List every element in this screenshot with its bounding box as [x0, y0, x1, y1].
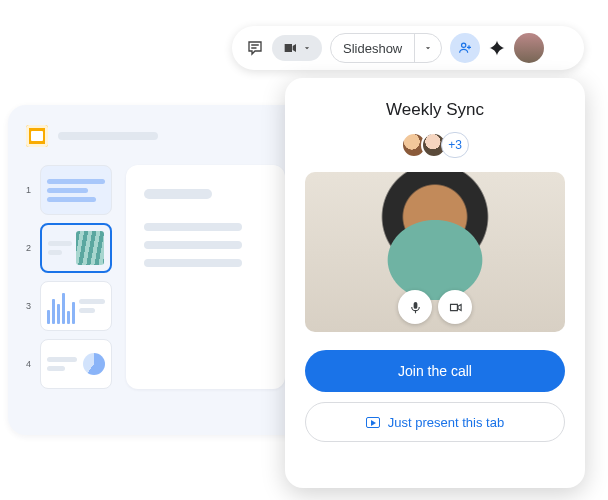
document-title-placeholder — [58, 132, 158, 140]
slide-thumbnails: 1 2 3 — [26, 165, 112, 389]
thumb-number: 1 — [26, 185, 34, 195]
slides-header — [26, 125, 285, 147]
svg-point-0 — [462, 43, 466, 47]
video-camera-icon — [282, 40, 298, 56]
slides-logo-icon — [26, 125, 48, 147]
thumb-number: 2 — [26, 243, 34, 253]
comment-icon — [246, 39, 264, 57]
thumb-number: 4 — [26, 359, 34, 369]
pie-chart-icon — [83, 353, 105, 375]
slideshow-button[interactable]: Slideshow — [331, 34, 414, 62]
slide-thumb-4[interactable] — [40, 339, 112, 389]
slide-thumb-1[interactable] — [40, 165, 112, 215]
canvas-text-placeholder — [144, 223, 242, 231]
canvas-heading-placeholder — [144, 189, 212, 199]
meet-camera-button[interactable] — [272, 35, 322, 61]
thumb-number: 3 — [26, 301, 34, 311]
self-video-preview — [305, 172, 565, 332]
chevron-down-icon — [423, 43, 433, 53]
meeting-title: Weekly Sync — [386, 100, 484, 120]
present-icon — [366, 417, 380, 428]
meet-panel: Weekly Sync +3 Join the call Just presen… — [285, 78, 585, 488]
slides-editor-card: 1 2 3 — [8, 105, 303, 435]
share-button[interactable] — [450, 33, 480, 63]
svg-rect-1 — [413, 301, 417, 308]
more-participants-chip[interactable]: +3 — [441, 132, 469, 158]
bar-chart-icon — [47, 288, 75, 324]
top-toolbar: Slideshow — [232, 26, 584, 70]
slide-thumb-3[interactable] — [40, 281, 112, 331]
present-tab-button[interactable]: Just present this tab — [305, 402, 565, 442]
slide-canvas[interactable] — [126, 165, 285, 389]
microphone-icon — [408, 300, 423, 315]
participants-row: +3 — [401, 132, 469, 158]
slide-thumb-2-selected[interactable] — [40, 223, 112, 273]
slideshow-button-group: Slideshow — [330, 33, 442, 63]
toggle-mic-button[interactable] — [398, 290, 432, 324]
sparkle-icon — [488, 39, 506, 57]
chevron-down-icon — [302, 43, 312, 53]
video-camera-icon — [448, 300, 463, 315]
slide-art-icon — [76, 231, 104, 265]
join-call-button[interactable]: Join the call — [305, 350, 565, 392]
comments-button[interactable] — [246, 39, 264, 57]
toggle-camera-button[interactable] — [438, 290, 472, 324]
slideshow-dropdown[interactable] — [414, 34, 441, 62]
person-add-icon — [457, 40, 473, 56]
gemini-button[interactable] — [488, 39, 506, 57]
canvas-text-placeholder — [144, 241, 242, 249]
present-tab-label: Just present this tab — [388, 415, 504, 430]
canvas-text-placeholder — [144, 259, 242, 267]
account-avatar[interactable] — [514, 33, 544, 63]
